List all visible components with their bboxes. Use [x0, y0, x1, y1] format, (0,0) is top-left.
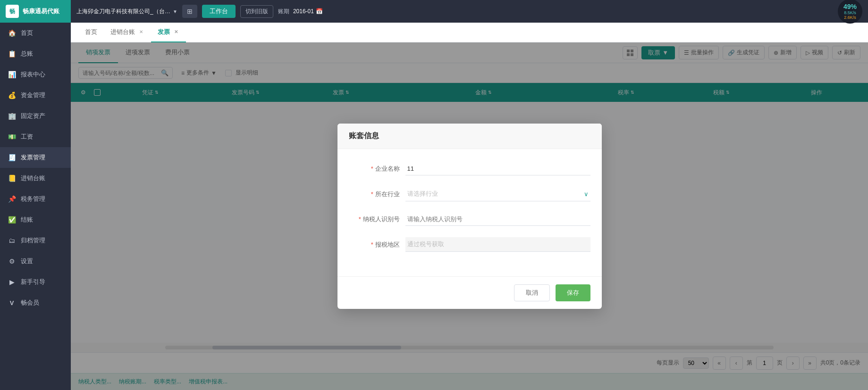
tab-close-invoice[interactable]: ✕ [173, 29, 179, 35]
sidebar-item-salary[interactable]: 💵 工资 [0, 126, 71, 147]
company-name-input[interactable] [405, 162, 590, 175]
sidebar-label: 进销台账 [21, 174, 45, 183]
logo-icon: 畅 [6, 5, 19, 18]
sidebar-item-archive[interactable]: 🗂 归档管理 [0, 230, 71, 251]
ledger-icon: 📋 [8, 50, 16, 58]
guide-icon: ▶ [8, 278, 16, 286]
content-area: 销项发票 进项发票 费用小票 [71, 42, 868, 390]
sidebar-label: 结账 [21, 216, 33, 224]
required-star-region: * [371, 241, 373, 248]
speed-up: 8.5K/s [844, 10, 856, 15]
archive-icon: 🗂 [8, 236, 16, 245]
tab-home-label: 首页 [85, 28, 97, 36]
required-star-industry: * [371, 191, 373, 198]
tax-icon: 📌 [8, 195, 16, 203]
sidebar-item-funds[interactable]: 💰 资金管理 [0, 85, 71, 106]
tab-sales-label: 进销台账 [110, 28, 135, 36]
switch-old-button[interactable]: 切到旧版 [240, 5, 273, 18]
calendar-icon[interactable]: 📅 [316, 8, 323, 15]
main-area: 上海卯金刀电子科技有限公司_（台201... ▼ ⊞ 工作台 切到旧版 账期 2… [71, 0, 868, 390]
company-name: 上海卯金刀电子科技有限公司_（台201... [76, 8, 171, 16]
tax-region-placeholder: 通过税号获取 [407, 241, 444, 248]
period-value: 2016-01 [293, 8, 314, 15]
sidebar-item-home[interactable]: 🏠 首页 [0, 23, 71, 43]
sidebar-label: 税务管理 [21, 195, 45, 203]
home-icon: 🏠 [8, 29, 16, 37]
tab-invoice-label: 发票 [158, 28, 170, 36]
sidebar-label: 资金管理 [21, 91, 45, 100]
required-star-taxid: * [359, 216, 361, 223]
sidebar: 畅 畅康通易代账 🏠 首页 📋 总账 📊 报表中心 💰 资金管理 🏢 固 [0, 0, 71, 390]
account-period: 账期 2016-01 📅 [278, 8, 323, 16]
sidebar-label: 设置 [21, 257, 33, 266]
period-label: 账期 [278, 8, 289, 16]
industry-arrow-icon: ∨ [584, 191, 589, 198]
funds-icon: 💰 [8, 91, 16, 100]
cancel-button[interactable]: 取消 [514, 284, 550, 301]
modal-body: * 企业名称 * 所在行业 请选择行业 [337, 149, 602, 276]
top-right: 49% 8.5K/s 2.6K/s [838, 0, 862, 24]
sidebar-item-settings[interactable]: ⚙ 设置 [0, 251, 71, 272]
sidebar-item-ledger[interactable]: 📋 总账 [0, 43, 71, 64]
tax-region-label: * 报税地区 [349, 241, 405, 249]
tab-sales-ledger[interactable]: 进销台账 ✕ [104, 23, 151, 42]
close-accounts-icon: ✅ [8, 216, 16, 224]
sidebar-label: 畅会员 [21, 299, 39, 307]
copy-icon: ⊞ [187, 8, 193, 15]
form-row-tax-id: * 纳税人识别号 [349, 213, 590, 226]
sidebar-item-reports[interactable]: 📊 报表中心 [0, 64, 71, 85]
app-name: 畅康通易代账 [23, 7, 59, 16]
sidebar-label: 新手引导 [21, 278, 45, 286]
speed-percent: 49% [843, 3, 857, 10]
sidebar-label: 报表中心 [21, 70, 45, 79]
required-star: * [371, 165, 373, 172]
company-selector[interactable]: 上海卯金刀电子科技有限公司_（台201... ▼ [76, 8, 177, 16]
sales-icon: 📒 [8, 174, 16, 183]
sidebar-label: 发票管理 [21, 153, 45, 162]
speed-indicator: 49% 8.5K/s 2.6K/s [838, 0, 862, 24]
workbench-button[interactable]: 工作台 [202, 5, 236, 18]
industry-label: * 所在行业 [349, 190, 405, 199]
tab-home[interactable]: 首页 [78, 23, 104, 42]
sidebar-label: 归档管理 [21, 236, 45, 245]
modal-footer: 取消 保存 [337, 276, 602, 309]
modal-overlay: 账套信息 * 企业名称 [71, 42, 868, 390]
sidebar-item-guide[interactable]: ▶ 新手引导 [0, 272, 71, 292]
sidebar-item-tax[interactable]: 📌 税务管理 [0, 189, 71, 209]
sidebar-label: 总账 [21, 50, 33, 58]
industry-select[interactable]: 请选择行业 ∨ [405, 187, 590, 201]
save-button[interactable]: 保存 [556, 284, 590, 301]
tax-id-input[interactable] [405, 213, 590, 226]
company-dropdown-arrow: ▼ [173, 9, 177, 14]
company-name-label: * 企业名称 [349, 165, 405, 173]
sidebar-item-assets[interactable]: 🏢 固定资产 [0, 106, 71, 126]
assets-icon: 🏢 [8, 112, 16, 120]
member-icon: V [8, 299, 16, 307]
settings-icon: ⚙ [8, 257, 16, 266]
industry-placeholder: 请选择行业 [407, 190, 438, 198]
form-row-tax-region: * 报税地区 通过税号获取 [349, 237, 590, 252]
sidebar-label: 工资 [21, 133, 33, 141]
form-row-company: * 企业名称 [349, 162, 590, 175]
copy-icon-btn[interactable]: ⊞ [182, 5, 197, 18]
salary-icon: 💵 [8, 133, 16, 141]
sidebar-item-close[interactable]: ✅ 结账 [0, 209, 71, 230]
tax-region-field: 通过税号获取 [405, 237, 590, 252]
sidebar-label: 首页 [21, 29, 33, 37]
form-row-industry: * 所在行业 请选择行业 ∨ [349, 187, 590, 201]
tax-id-label: * 纳税人识别号 [349, 215, 405, 224]
app-logo: 畅 畅康通易代账 [0, 0, 71, 23]
reports-icon: 📊 [8, 70, 16, 79]
speed-down: 2.6K/s [844, 15, 856, 20]
modal-title: 账套信息 [349, 132, 379, 140]
sidebar-item-sales[interactable]: 📒 进销台账 [0, 168, 71, 189]
sidebar-item-invoice[interactable]: 🧾 发票管理 [0, 147, 71, 168]
account-info-modal: 账套信息 * 企业名称 [337, 124, 602, 309]
sidebar-item-member[interactable]: V 畅会员 [0, 292, 71, 313]
top-bar: 上海卯金刀电子科技有限公司_（台201... ▼ ⊞ 工作台 切到旧版 账期 2… [71, 0, 868, 23]
tab-close-sales[interactable]: ✕ [138, 29, 144, 35]
modal-header: 账套信息 [337, 124, 602, 149]
invoice-icon: 🧾 [8, 153, 16, 162]
sidebar-nav: 🏠 首页 📋 总账 📊 报表中心 💰 资金管理 🏢 固定资产 💵 工资 [0, 23, 71, 390]
tab-invoice[interactable]: 发票 ✕ [151, 23, 186, 42]
